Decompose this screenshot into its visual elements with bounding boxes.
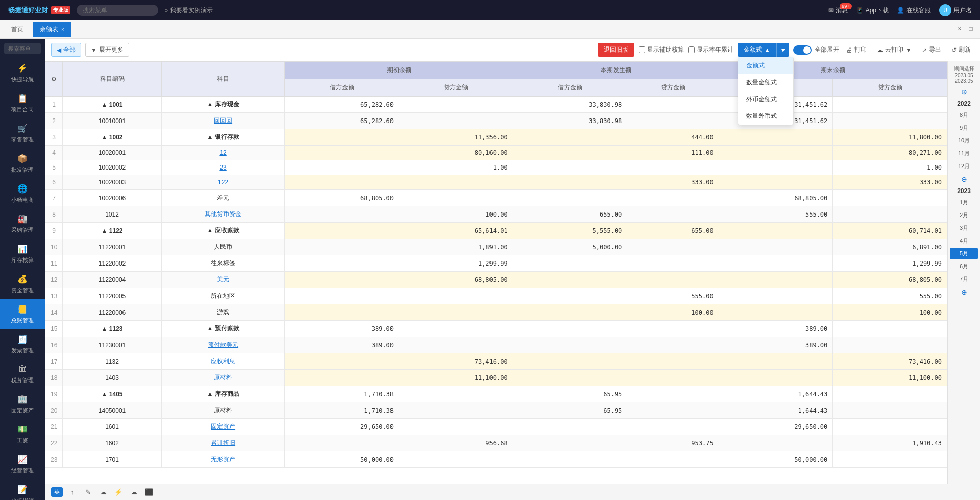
app-download-button[interactable]: 📱 App下载 [856, 6, 889, 15]
dropdown-item-foreign-amount[interactable]: 外币金额式 [738, 91, 793, 108]
print-button[interactable]: 🖨 打印 [843, 43, 870, 56]
name-cell[interactable]: 应收利息 [161, 353, 285, 370]
toggle-switch[interactable] [793, 45, 812, 55]
account-link[interactable]: 应收利息 [211, 358, 235, 365]
month-5-active[interactable]: 5月 [950, 248, 978, 259]
global-search-input[interactable] [77, 5, 158, 16]
month-1[interactable]: 1月 [950, 197, 978, 208]
sidebar-item-quick-nav[interactable]: ⚡ 快捷导航 [0, 58, 45, 88]
account-link[interactable]: 122 [218, 179, 228, 186]
table-settings-icon[interactable]: ⚙ [51, 76, 57, 83]
collapse-2022-button[interactable]: ⊕ [961, 88, 967, 96]
account-link[interactable]: 累计折旧 [211, 439, 235, 446]
bottom-icon-5[interactable]: ☁ [128, 487, 139, 498]
export-icon: ↗ [922, 46, 927, 54]
refresh-button[interactable]: ↺ 刷新 [948, 43, 974, 56]
table-row: 3 ▲ 1002 ▲ 银行存款 11,356.00 444.00 11,800.… [45, 129, 947, 146]
bottom-icon-2[interactable]: ✎ [82, 487, 93, 498]
name-cell[interactable]: 其他货币资金 [161, 206, 285, 223]
tab-home[interactable]: 首页 [4, 22, 31, 37]
dropdown-item-qty-amount[interactable]: 数量金额式 [738, 74, 793, 91]
account-link[interactable]: 预付款美元 [208, 341, 238, 348]
account-code: ▲ 1122 [102, 227, 123, 234]
user-avatar[interactable]: U 用户名 [939, 4, 972, 16]
sidebar-item-ledger[interactable]: 📒 总账管理 [0, 299, 45, 329]
demo-link[interactable]: ○ 我要看实例演示 [164, 6, 213, 15]
sidebar-item-wholesale[interactable]: 📦 批发管理 [0, 149, 45, 179]
language-button[interactable]: 英 [51, 487, 63, 497]
win-close-button[interactable]: × [954, 23, 965, 34]
month-12[interactable]: 12月 [950, 160, 978, 172]
account-link[interactable]: 其他货币资金 [205, 210, 241, 218]
show-assist-checkbox[interactable]: 显示辅助核算 [639, 45, 684, 54]
tab-balance-sheet[interactable]: 余额表 × [33, 22, 71, 37]
sidebar-item-funds[interactable]: 💰 资金管理 [0, 269, 45, 299]
all-accounts-button[interactable]: ◀ 全部 [51, 43, 81, 57]
account-link[interactable]: 美元 [217, 276, 229, 283]
dropdown-item-amount[interactable]: 金额式 [738, 57, 793, 74]
account-link[interactable]: 固定资产 [211, 423, 235, 430]
name-cell[interactable]: 累计折旧 [161, 435, 285, 451]
month-6[interactable]: 6月 [950, 260, 978, 272]
name-cell[interactable]: 无形资产 [161, 451, 285, 468]
name-cell[interactable]: 回回回 [161, 113, 285, 129]
table-row: 17 1132 应收利息 73,416.00 73,416.00 [45, 353, 947, 370]
month-3[interactable]: 3月 [950, 222, 978, 234]
account-link[interactable]: 无形资产 [211, 456, 235, 463]
bottom-icon-3[interactable]: ☁ [97, 487, 109, 498]
account-link[interactable]: 23 [219, 164, 226, 171]
bottom-icon-1[interactable]: ↑ [67, 487, 78, 498]
name-cell[interactable]: 固定资产 [161, 419, 285, 435]
code-cell: 1601 [63, 419, 161, 435]
online-service-button[interactable]: 👤 在线客服 [897, 6, 931, 15]
dropdown-item-qty-foreign[interactable]: 数量外币式 [738, 108, 793, 125]
tab-close-button[interactable]: × [61, 27, 64, 32]
sidebar-item-purchase[interactable]: 🏭 采购管理 [0, 209, 45, 239]
cloud-print-button[interactable]: ☁ 云打印 ▼ [874, 43, 915, 56]
expand-more-time-button[interactable]: ⊕ [961, 288, 967, 296]
month-9[interactable]: 9月 [950, 122, 978, 134]
bottom-icon-4[interactable]: ⚡ [113, 487, 124, 498]
month-7[interactable]: 7月 [950, 273, 978, 285]
sidebar-item-management[interactable]: 📈 经营管理 [0, 449, 45, 480]
amount-mode-dropdown-button[interactable]: ▼ [776, 43, 789, 57]
account-link[interactable]: 12 [219, 149, 226, 156]
win-max-button[interactable]: □ [966, 23, 976, 34]
sidebar-item-expense[interactable]: 📝 小畅报销 [0, 480, 45, 500]
show-ytd-checkbox[interactable]: 显示本年累计 [688, 45, 733, 54]
name-cell[interactable]: 原材料 [161, 370, 285, 386]
name-cell[interactable]: 23 [161, 160, 285, 175]
sidebar-item-assets[interactable]: 🏢 固定资产 [0, 389, 45, 419]
account-code: 11220004 [99, 276, 126, 283]
sidebar-item-inventory[interactable]: 📊 库存核算 [0, 239, 45, 269]
name-cell[interactable]: 12 [161, 146, 285, 160]
return-old-button[interactable]: 退回旧版 [598, 43, 634, 57]
sidebar-item-project[interactable]: 📋 项目合同 [0, 88, 45, 118]
name-cell[interactable]: 预付款美元 [161, 337, 285, 353]
sidebar-item-salary[interactable]: 💵 工资 [0, 419, 45, 449]
opening-credit-cell [399, 321, 513, 337]
sidebar-item-invoice[interactable]: 🧾 发票管理 [0, 329, 45, 360]
sidebar-search-input[interactable] [4, 43, 41, 54]
export-button[interactable]: ↗ 导出 [919, 43, 944, 56]
account-link[interactable]: 回回回 [214, 117, 232, 124]
month-4[interactable]: 4月 [950, 235, 978, 247]
name-cell[interactable]: 122 [161, 175, 285, 190]
collapse-2023-button[interactable]: ⊖ [961, 175, 967, 183]
name-cell[interactable]: 美元 [161, 272, 285, 288]
table-row: 1 ▲ 1001 ▲ 库存现金 65,282.60 33,830.98 31,4… [45, 97, 947, 113]
sidebar-item-ecommerce[interactable]: 🌐 小畅电商 [0, 179, 45, 209]
account-link[interactable]: 原材料 [214, 374, 232, 381]
month-8[interactable]: 8月 [950, 109, 978, 121]
bottom-icon-6[interactable]: ⬛ [143, 487, 155, 498]
expand-all-toggle[interactable]: 全部展开 [793, 45, 839, 55]
amount-mode-button[interactable]: 金额式 ▲ [738, 43, 776, 57]
settings-header[interactable]: ⚙ [45, 62, 63, 97]
month-11[interactable]: 11月 [950, 148, 978, 159]
expand-more-button[interactable]: ▼ 展开更多 [85, 43, 129, 57]
month-10[interactable]: 10月 [950, 135, 978, 147]
sidebar-item-tax[interactable]: 🏛 税务管理 [0, 360, 45, 389]
sidebar-item-retail[interactable]: 🛒 零售管理 [0, 118, 45, 149]
month-2[interactable]: 2月 [950, 209, 978, 221]
message-button[interactable]: ✉ 消息 99+ [828, 6, 848, 15]
